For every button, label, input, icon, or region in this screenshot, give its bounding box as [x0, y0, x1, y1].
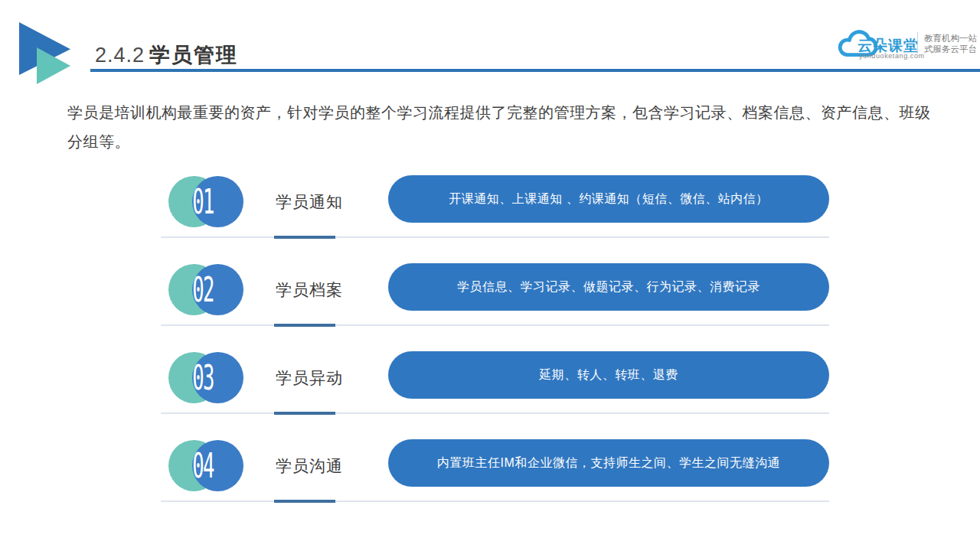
feature-label: 学员沟通	[276, 440, 343, 491]
row-divider-accent	[274, 236, 335, 239]
feature-row-archive: 02 学员档案 学员信息、学习记录、做题记录、行为记录、消费记录	[153, 244, 835, 332]
feature-label: 学员异动	[276, 352, 343, 403]
step-number-badge: 04	[188, 440, 219, 491]
row-divider-accent	[274, 324, 335, 327]
row-divider-accent	[274, 500, 335, 503]
section-number: 2.4.2	[95, 44, 145, 67]
feature-row-communication: 04 学员沟通 内置班主任IM和企业微信，支持师生之间、学生之间无缝沟通	[153, 420, 835, 508]
step-number-badge: 02	[188, 264, 219, 315]
brand-website: yunduoketang.com	[859, 52, 925, 60]
slide: 2.4.2学员管理 云朵课堂 yunduoketang.com 教育机构一站 式…	[0, 0, 980, 551]
row-divider	[161, 412, 829, 414]
intro-paragraph: 学员是培训机构最重要的资产，针对学员的整个学习流程提供了完整的管理方案，包含学习…	[67, 98, 933, 156]
feature-label: 学员档案	[276, 264, 343, 315]
feature-row-change: 03 学员异动 延期、转人、转班、退费	[153, 332, 835, 420]
step-number-badge: 03	[188, 352, 219, 403]
row-divider	[161, 236, 829, 238]
feature-row-notice: 01 学员通知 开课通知、上课通知 、约课通知（短信、微信、站内信）	[153, 156, 835, 244]
brand-tagline-line2: 式服务云平台	[924, 44, 977, 54]
page-title-text: 学员管理	[149, 44, 238, 67]
row-divider	[161, 324, 829, 326]
row-divider-accent	[274, 412, 335, 415]
brand-tagline: 教育机构一站 式服务云平台	[924, 33, 977, 54]
row-divider	[161, 500, 829, 502]
brand-logo: 云朵课堂 yunduoketang.com 教育机构一站 式服务云平台	[827, 15, 980, 70]
brand-tagline-line1: 教育机构一站	[924, 33, 977, 44]
feature-detail-pill: 内置班主任IM和企业微信，支持师生之间、学生之间无缝沟通	[388, 439, 829, 487]
feature-detail-pill: 学员信息、学习记录、做题记录、行为记录、消费记录	[388, 263, 829, 311]
feature-detail-pill: 延期、转人、转班、退费	[388, 351, 829, 399]
feature-detail-pill: 开课通知、上课通知 、约课通知（短信、微信、站内信）	[388, 175, 829, 223]
logo-divider	[917, 32, 918, 54]
feature-label: 学员通知	[276, 176, 343, 227]
page-title: 2.4.2学员管理	[95, 41, 238, 69]
step-number-badge: 01	[188, 176, 219, 227]
